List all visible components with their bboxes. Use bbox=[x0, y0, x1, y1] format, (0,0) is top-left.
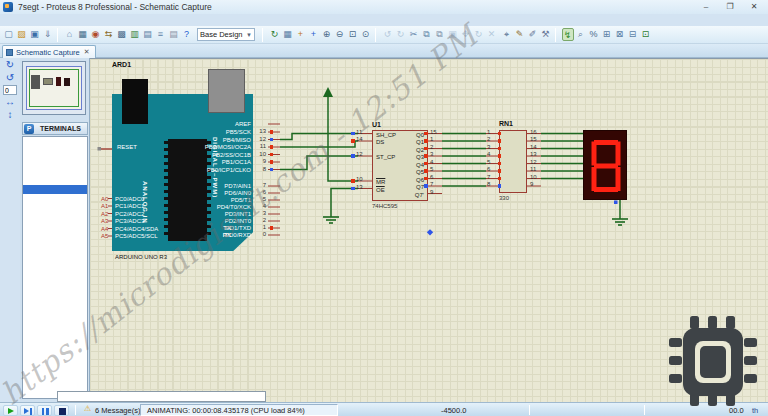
menu-item[interactable] bbox=[57, 14, 69, 26]
terminal-list-item[interactable] bbox=[23, 223, 87, 233]
arduino-digital-pin[interactable]: PB0/ICP1/CLKO 8 bbox=[114, 167, 269, 173]
u1-74hc595[interactable]: SH_CP DS ST_CP MR OE Q0 Q1 Q2 Q3 Q4 Q5 Q… bbox=[372, 130, 428, 202]
menu-item[interactable] bbox=[0, 14, 9, 26]
zoom-in[interactable]: ⊕ bbox=[321, 28, 333, 41]
u1-left-pin[interactable]: 14 bbox=[346, 138, 370, 144]
arduino-digital-pin[interactable]: PB5/SCK 13 bbox=[114, 129, 269, 135]
copy[interactable]: ⧉ bbox=[421, 28, 433, 41]
u1-left-pin[interactable]: 13 bbox=[346, 186, 370, 192]
arduino-analog-pin[interactable]: A2 PC2/ADC2 bbox=[114, 211, 234, 217]
u1-right-pin[interactable]: 15 bbox=[424, 131, 444, 137]
arduino-analog-pin[interactable]: A3 PC3/ADC3 bbox=[114, 218, 234, 224]
tab-close-icon[interactable]: ✕ bbox=[84, 48, 90, 56]
make-device[interactable]: ✎ bbox=[514, 28, 526, 41]
block-move[interactable]: ✥ bbox=[460, 28, 472, 41]
message-count[interactable]: 6 Message(s) bbox=[95, 406, 140, 415]
u1-right-pin[interactable]: 6 bbox=[424, 176, 444, 182]
packaging-tool[interactable]: ✐ bbox=[527, 28, 539, 41]
u1-right-pin[interactable]: 5 bbox=[424, 168, 444, 174]
bill-of-materials[interactable]: ▤ bbox=[142, 28, 154, 41]
flip-horizontal-icon[interactable]: ↔ bbox=[3, 96, 17, 108]
save-design[interactable]: ▣ bbox=[29, 28, 41, 41]
terminal-list-item[interactable] bbox=[23, 166, 87, 176]
rotate-clockwise-icon[interactable]: ↻ bbox=[3, 59, 17, 71]
terminal-list-item[interactable] bbox=[23, 194, 87, 204]
flip-vertical-icon[interactable]: ↕ bbox=[3, 109, 17, 121]
property-assignment-tool[interactable]: % bbox=[588, 28, 600, 41]
terminal-list-item[interactable] bbox=[23, 185, 87, 195]
redraw[interactable]: ↻ bbox=[269, 28, 281, 41]
arduino-digital-pin[interactable]: PB2/SS/OC1B 10 bbox=[114, 152, 269, 158]
open-design[interactable]: ▨ bbox=[16, 28, 28, 41]
u1-left-pin[interactable]: 12 bbox=[346, 153, 370, 159]
block-copy[interactable]: ▣ bbox=[447, 28, 459, 41]
rn1-right-pin[interactable]: 9 bbox=[528, 183, 541, 189]
remove-sheet[interactable]: ⊠ bbox=[614, 28, 626, 41]
zoom-to-child[interactable]: ⊡ bbox=[640, 28, 652, 41]
maximize-button[interactable]: ❐ bbox=[718, 0, 742, 13]
menu-item[interactable] bbox=[33, 14, 45, 26]
component-browser[interactable]: ▥ bbox=[129, 28, 141, 41]
toggle-grid[interactable]: ▦ bbox=[282, 28, 294, 41]
pick-parts[interactable]: ⌖ bbox=[501, 28, 513, 41]
block-rotate[interactable]: ↻ bbox=[473, 28, 485, 41]
arduino-digital-pin[interactable]: PB3/MOSI/OC2A 11 bbox=[114, 144, 269, 150]
menu-item[interactable] bbox=[9, 14, 21, 26]
wire-autorouter[interactable]: ↯ bbox=[562, 28, 574, 41]
step-button[interactable] bbox=[20, 405, 35, 416]
pick-device-button[interactable]: P bbox=[24, 124, 34, 134]
rn1-resistor-network[interactable] bbox=[499, 130, 527, 194]
redo[interactable]: ↻ bbox=[395, 28, 407, 41]
zoom-all[interactable]: ⊙ bbox=[360, 28, 372, 41]
power-terminal[interactable] bbox=[323, 87, 333, 97]
zoom-out[interactable]: ⊖ bbox=[334, 28, 346, 41]
rotation-angle-input[interactable] bbox=[3, 85, 17, 95]
menu-item[interactable] bbox=[105, 14, 117, 26]
undo[interactable]: ↺ bbox=[382, 28, 394, 41]
terminal-list-item[interactable] bbox=[23, 175, 87, 185]
menu-item[interactable] bbox=[81, 14, 93, 26]
import-project[interactable]: ⇓ bbox=[42, 28, 54, 41]
block-delete[interactable]: ✕ bbox=[486, 28, 498, 41]
design-explorer[interactable]: ⇆ bbox=[103, 28, 115, 41]
cut[interactable]: ✂ bbox=[408, 28, 420, 41]
electrical-rule-check[interactable]: ≡ bbox=[155, 28, 167, 41]
centre-at-origin[interactable]: + bbox=[295, 28, 307, 41]
terminal-list-item[interactable] bbox=[23, 137, 87, 147]
pcb-layout[interactable]: ◉ bbox=[90, 28, 102, 41]
goto-sheet[interactable]: ⊟ bbox=[627, 28, 639, 41]
menu-item[interactable] bbox=[45, 14, 57, 26]
rn1-left-pin[interactable]: 8 bbox=[486, 183, 499, 189]
arduino-analog-pin[interactable]: A5 PC5/ADC5/SCL bbox=[114, 233, 234, 239]
u1-right-pin[interactable]: 4 bbox=[424, 161, 444, 167]
play-button[interactable] bbox=[3, 405, 18, 416]
terminal-list-item[interactable] bbox=[23, 156, 87, 166]
u1-right-pin[interactable]: 2 bbox=[424, 146, 444, 152]
paste[interactable]: ⧉ bbox=[434, 28, 446, 41]
design-selector-dropdown[interactable]: Base Design ▼ bbox=[197, 28, 255, 41]
u1-right-pin[interactable]: 3 bbox=[424, 153, 444, 159]
terminal-list-item[interactable] bbox=[23, 204, 87, 214]
terminal-list-item[interactable] bbox=[23, 213, 87, 223]
arduino-digital-pin[interactable]: PB1/OC1A 9 bbox=[114, 159, 269, 165]
design-notes[interactable]: ▤ bbox=[168, 28, 180, 41]
close-button[interactable]: ✕ bbox=[742, 0, 766, 13]
menu-item[interactable] bbox=[93, 14, 105, 26]
decompose[interactable]: ⚒ bbox=[540, 28, 552, 41]
search-and-tag[interactable]: ⌕ bbox=[575, 28, 587, 41]
home-page[interactable]: ⌂ bbox=[64, 28, 76, 41]
u1-right-pin[interactable]: 1 bbox=[424, 138, 444, 144]
pan[interactable]: + bbox=[308, 28, 320, 41]
arduino-digital-pin[interactable]: PD7/AIN1 7 bbox=[114, 183, 269, 189]
zoom-area[interactable]: ⊡ bbox=[347, 28, 359, 41]
tab-schematic-capture[interactable]: Schematic Capture ✕ bbox=[2, 45, 96, 58]
ground-terminal[interactable] bbox=[323, 217, 628, 225]
menu-item[interactable] bbox=[69, 14, 81, 26]
seven-segment-display[interactable] bbox=[583, 130, 627, 201]
minimize-button[interactable]: – bbox=[694, 0, 718, 13]
arduino-analog-pin[interactable]: A0 PC0/ADC0 bbox=[114, 196, 234, 202]
arduino-digital-pin[interactable]: PB4/MISO 12 bbox=[114, 137, 269, 143]
arduino-analog-pin[interactable]: A1 PC1/ADC1 bbox=[114, 203, 234, 209]
schematic-capture[interactable]: ▦ bbox=[77, 28, 89, 41]
pause-button[interactable] bbox=[37, 405, 52, 416]
